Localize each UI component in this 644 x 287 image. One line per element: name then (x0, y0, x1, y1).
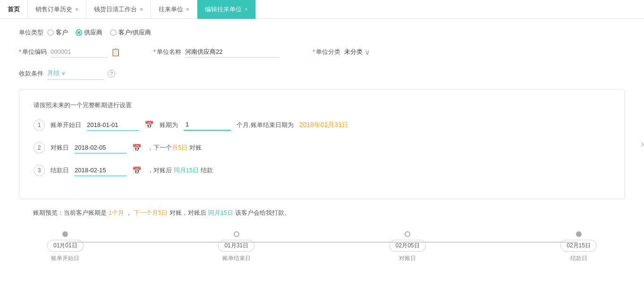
period-label: 账期为 (160, 121, 178, 129)
row-num-3: 3 (34, 165, 45, 176)
close-sales-history[interactable]: × (75, 6, 78, 13)
card-row-2: 2 对账日 📅 ，下一个月5日 对账 (34, 142, 610, 153)
settings-card: 请按照未来的一个完整帐期进行设置 1 账单开始日 📅 账期为 个月,账单结束日期… (19, 89, 625, 199)
code-group: 单位编码 📋 (19, 46, 120, 58)
tab-sales-history[interactable]: 销售订单历史 × (28, 0, 86, 19)
payment-suffix: ，对账后 同月15日 结款 (147, 166, 213, 175)
tabs-bar: 首页 销售订单历史 × 钱货日清工作台 × 往来单位 × 编辑往来单位 × › (0, 0, 644, 19)
payment-label: 收款条件 (19, 69, 43, 78)
classify-select[interactable]: 未分类 ∨ (344, 48, 370, 57)
timeline-label-4: 结款日 (570, 254, 587, 262)
name-label: 单位名称 (153, 48, 181, 56)
period-input[interactable] (184, 119, 231, 131)
timeline-item-reconcile: 02月05日 对账日 (390, 231, 426, 262)
row-label-payment: 结款日 (51, 166, 69, 175)
name-input[interactable] (185, 46, 280, 58)
radio-supplier[interactable]: 供应商 (76, 28, 102, 37)
payment-dropdown-icon: ∨ (61, 70, 66, 76)
reconcile-suffix: ，下一个月5日 对账 (147, 144, 202, 152)
card-row-1: 1 账单开始日 📅 账期为 个月,账单结束日期为 2018年01月31日 (34, 119, 610, 131)
timeline-label-2: 账单结束日 (222, 254, 251, 262)
timeline-dot-end (234, 231, 239, 237)
radio-label-supplier: 供应商 (84, 28, 102, 37)
timeline-container: 01月01日 账单开始日 01月31日 账单结束日 02月05日 对账日 02月… (19, 231, 625, 262)
code-input[interactable] (51, 46, 107, 58)
start-date-input[interactable] (87, 119, 139, 131)
preview-part3: 同月15日 (208, 209, 233, 216)
payment-calendar-icon[interactable]: 📅 (132, 166, 142, 175)
unit-type-label: 单位类型 (19, 28, 43, 37)
radio-group: 客户 供应商 客户/供应商 (47, 28, 151, 37)
timeline-dot-reconcile (405, 231, 410, 237)
classify-arrow-icon: ∨ (364, 48, 370, 57)
row-num-2: 2 (34, 142, 45, 153)
tabs-expand-arrow[interactable]: › (641, 138, 644, 149)
tab-home[interactable]: 首页 (0, 0, 28, 19)
row-label-startdate: 账单开始日 (51, 121, 81, 129)
tab-partner-list[interactable]: 往来单位 × (151, 0, 197, 19)
radio-customer[interactable]: 客户 (47, 28, 68, 37)
payment-select[interactable]: 月结 ∨ (47, 67, 104, 80)
card-row-3: 3 结款日 📅 ，对账后 同月15日 结款 (34, 165, 610, 176)
radio-circle-supplier (76, 29, 82, 36)
period-unit-text: 个月,账单结束日期为 (237, 121, 294, 129)
payment-date-input[interactable] (75, 165, 127, 176)
main-content: 单位类型 客户 供应商 客户/供应商 单位编码 📋 (0, 19, 644, 287)
timeline-dot-start (62, 231, 68, 237)
unit-type-group: 单位类型 客户 供应商 客户/供应商 (19, 28, 151, 37)
reconcile-calendar-icon[interactable]: 📅 (132, 144, 142, 152)
timeline-label-3: 对账日 (399, 254, 416, 262)
start-date-calendar-icon[interactable]: 📅 (144, 120, 154, 129)
help-icon[interactable]: ? (108, 70, 115, 77)
period-end-date: 2018年01月31日 (299, 121, 348, 129)
payment-group: 收款条件 月结 ∨ ? (19, 67, 115, 80)
timeline-item-payment: 02月15日 结款日 (560, 231, 597, 262)
preview-suffix: 该客户会给我打款。 (235, 209, 290, 216)
close-cash-work[interactable]: × (140, 6, 143, 13)
preview-section: 账期预览：当前客户账期是 1个月 ， 下一个月5日 对账，对账后 同月15日 该… (19, 209, 625, 217)
preview-sep2: 对账，对账后 (169, 209, 208, 216)
timeline-label-1: 账单开始日 (51, 254, 79, 262)
code-calendar-icon[interactable]: 📋 (111, 48, 120, 57)
code-name-row: 单位编码 📋 单位名称 单位分类 未分类 ∨ (19, 46, 625, 58)
radio-circle-customer (47, 29, 54, 36)
name-group: 单位名称 (153, 46, 280, 58)
classify-value: 未分类 (344, 48, 363, 56)
unit-type-row: 单位类型 客户 供应商 客户/供应商 (19, 28, 625, 37)
close-partner-list[interactable]: × (186, 6, 189, 13)
radio-circle-both (110, 29, 117, 36)
card-hint: 请按照未来的一个完整帐期进行设置 (34, 101, 610, 110)
timeline-item-end: 01月31日 账单结束日 (218, 231, 254, 262)
classify-label: 单位分类 (313, 48, 340, 56)
row-num-1: 1 (34, 119, 45, 131)
row-label-reconcile: 对账日 (51, 144, 69, 152)
payment-value: 月结 (47, 69, 59, 77)
preview-prefix: 账期预览：当前客户账期是 (33, 209, 107, 216)
classify-group: 单位分类 未分类 ∨ (313, 48, 370, 57)
code-label: 单位编码 (19, 48, 47, 56)
tab-cash-work[interactable]: 钱货日清工作台 × (86, 0, 151, 19)
timeline-items: 01月01日 账单开始日 01月31日 账单结束日 02月05日 对账日 02月… (47, 231, 597, 262)
preview-sep1: ， (126, 209, 132, 216)
timeline-line (66, 242, 578, 243)
radio-label-customer: 客户 (56, 28, 68, 37)
timeline-item-start: 01月01日 账单开始日 (47, 231, 84, 262)
reconcile-date-input[interactable] (75, 142, 127, 153)
timeline-dot-payment (576, 231, 582, 237)
preview-part2: 下一个月5日 (134, 209, 168, 216)
close-edit-partner[interactable]: × (245, 6, 248, 13)
radio-label-both: 客户/供应商 (119, 28, 151, 37)
payment-row: 收款条件 月结 ∨ ? (19, 67, 625, 80)
radio-both[interactable]: 客户/供应商 (110, 28, 151, 37)
preview-part1: 1个月 (109, 209, 124, 216)
tab-edit-partner[interactable]: 编辑往来单位 × (197, 0, 256, 19)
